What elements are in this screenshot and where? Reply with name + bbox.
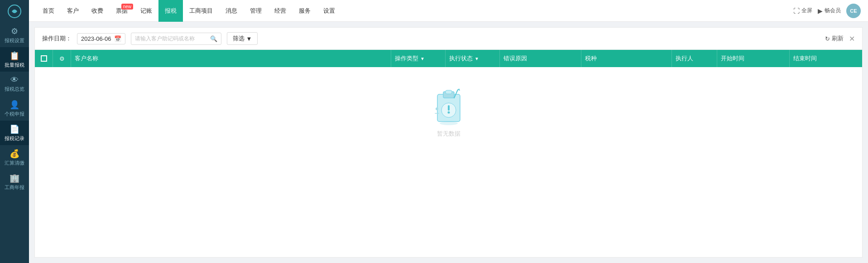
sidebar-item-label: 工商年报 (5, 185, 24, 190)
fullscreen-label: 全屏 (801, 7, 812, 15)
nav-service[interactable]: 服务 (293, 0, 317, 22)
date-value: 2023-06-06 (81, 35, 111, 42)
th-settings[interactable]: ⚙ (53, 50, 71, 67)
select-all-checkbox[interactable] (41, 55, 47, 62)
sidebar-item-personal-tax[interactable]: 👤 个税申报 (0, 96, 29, 121)
search-placeholder: 请输入客户助记码或名称 (135, 35, 195, 43)
calendar-icon: 📅 (114, 35, 121, 42)
topnav-right: ⛶ 全屏 ▶ 畅会员 CE (793, 4, 861, 18)
nav-tax[interactable]: 报税 (158, 0, 183, 22)
main-area: 首页 客户 收费 票据 new 记账 报税 工商项目 消息 管理 经营 (29, 0, 868, 263)
nav-message[interactable]: 消息 (219, 0, 244, 22)
th-exec-status[interactable]: 执行状态 ▼ (446, 50, 500, 67)
member-label: 畅会员 (825, 7, 841, 15)
batch-tax-icon: 📋 (10, 51, 19, 61)
nav-invoice[interactable]: 票据 new (110, 0, 134, 22)
user-initials: CE (846, 4, 861, 18)
nav-customer[interactable]: 客户 (61, 0, 85, 22)
sidebar-item-label: 报税总览 (5, 86, 24, 92)
filter-bar: 操作日期： 2023-06-06 📅 请输入客户助记码或名称 🔍 筛选 ▼ ↻ … (34, 27, 863, 49)
tax-records-icon: 📄 (10, 124, 19, 134)
refresh-button[interactable]: ↻ 刷新 (825, 34, 844, 43)
settlement-icon: 💰 (10, 149, 19, 159)
filter-button[interactable]: 筛选 ▼ (227, 32, 258, 45)
table-header: ⚙ 客户名称 操作类型 ▼ 执行状态 ▼ 错误原因 税种 (35, 50, 862, 67)
date-input[interactable]: 2023-06-06 📅 (77, 33, 125, 44)
user-avatar[interactable]: CE (846, 4, 861, 18)
nav-operation[interactable]: 经营 (268, 0, 293, 22)
sidebar-item-settlement[interactable]: 💰 汇算清缴 (0, 145, 29, 170)
svg-point-6 (447, 112, 450, 114)
filter-right: ↻ 刷新 ✕ (825, 34, 855, 43)
svg-point-9 (440, 122, 458, 125)
th-start-time: 开始时间 (717, 50, 790, 67)
sidebar-item-annual-report[interactable]: 🏢 工商年报 (0, 170, 29, 194)
sidebar-item-tax-records[interactable]: 📄 报税记录 (0, 121, 29, 145)
date-label: 操作日期： (42, 34, 72, 43)
sidebar-item-label: 报税记录 (5, 136, 24, 141)
filter-icon-op-type: ▼ (420, 56, 425, 61)
th-checkbox[interactable] (35, 50, 53, 67)
sidebar-item-label: 报税设置 (5, 38, 24, 44)
nav-billing[interactable]: 收费 (85, 0, 110, 22)
filter-icon-exec-status: ▼ (475, 56, 479, 61)
nav-bookkeeping[interactable]: 记账 (134, 0, 158, 22)
member-icon: ▶ (818, 7, 823, 15)
settings-icon: ⚙ (59, 55, 65, 62)
svg-rect-3 (446, 90, 452, 94)
personal-tax-icon: 👤 (10, 100, 19, 110)
th-error-reason: 错误原因 (500, 50, 581, 67)
empty-text: 暂无数据 (437, 130, 460, 138)
fullscreen-btn[interactable]: ⛶ 全屏 (793, 7, 812, 15)
nav-business[interactable]: 工商项目 (183, 0, 219, 22)
tax-settings-icon: ⚙ (11, 26, 18, 36)
sidebar-item-tax-overview[interactable]: 👁 报税总览 (0, 72, 29, 96)
sidebar-item-batch-tax[interactable]: 📋 批量报税 (0, 47, 29, 72)
svg-marker-8 (458, 88, 460, 91)
svg-rect-5 (448, 105, 450, 111)
invoice-badge: new (121, 4, 133, 10)
sidebar-item-tax-settings[interactable]: ⚙ 报税设置 (0, 23, 29, 47)
fullscreen-icon: ⛶ (793, 7, 800, 15)
empty-illustration (431, 85, 467, 126)
svg-point-10 (436, 107, 438, 110)
th-end-time: 结束时间 (790, 50, 862, 67)
sidebar-logo[interactable] (0, 0, 29, 23)
tax-overview-icon: 👁 (10, 75, 19, 85)
nav-manage[interactable]: 管理 (244, 0, 268, 22)
content-area: 操作日期： 2023-06-06 📅 请输入客户助记码或名称 🔍 筛选 ▼ ↻ … (29, 22, 868, 263)
refresh-label: 刷新 (832, 34, 844, 43)
topnav: 首页 客户 收费 票据 new 记账 报税 工商项目 消息 管理 经营 (29, 0, 868, 22)
sidebar-item-label: 批量报税 (5, 62, 24, 68)
th-executor: 执行人 (672, 50, 717, 67)
filter-label-text: 筛选 (233, 34, 245, 43)
refresh-icon: ↻ (825, 35, 830, 42)
nav-settings[interactable]: 设置 (317, 0, 341, 22)
nav-home[interactable]: 首页 (36, 0, 61, 22)
search-box[interactable]: 请输入客户助记码或名称 🔍 (131, 33, 221, 45)
sidebar-item-label: 个税申报 (5, 111, 24, 117)
sidebar: ⚙ 报税设置 📋 批量报税 👁 报税总览 👤 个税申报 📄 报税记录 💰 汇算清… (0, 0, 29, 263)
member-btn[interactable]: ▶ 畅会员 (818, 7, 841, 15)
empty-state: 暂无数据 (35, 67, 862, 156)
th-tax-type: 税种 (581, 50, 672, 67)
sidebar-item-label: 汇算清缴 (5, 160, 24, 166)
search-icon: 🔍 (210, 35, 217, 42)
chevron-down-icon: ▼ (246, 35, 252, 42)
th-op-type[interactable]: 操作类型 ▼ (391, 50, 446, 67)
data-table: ⚙ 客户名称 操作类型 ▼ 执行状态 ▼ 错误原因 税种 (34, 49, 863, 258)
close-button[interactable]: ✕ (849, 34, 855, 43)
annual-report-icon: 🏢 (10, 173, 19, 183)
th-customer: 客户名称 (71, 50, 391, 67)
